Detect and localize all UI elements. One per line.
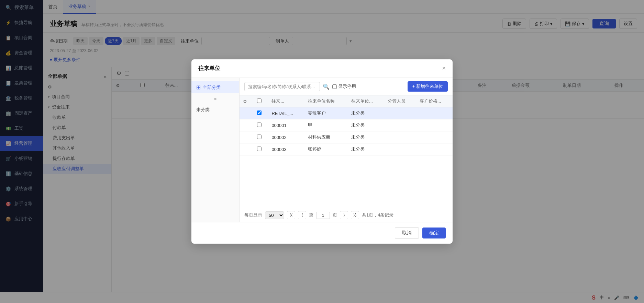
modal-select-all[interactable] [257, 98, 262, 103]
page-suffix: 页 [333, 212, 337, 218]
show-disabled-label: 显示停用 [332, 83, 356, 90]
per-page-select[interactable]: 50 100 [265, 211, 284, 219]
row-checkbox[interactable] [254, 119, 268, 131]
modal-table-body: RETAIL_... 零散客户 未分类 000001 甲 未分类 000002 … [240, 107, 453, 155]
confirm-button[interactable]: 确定 [422, 228, 446, 238]
row-code: 000003 [268, 143, 304, 155]
row-name: 甲 [304, 119, 348, 131]
page-first-btn[interactable]: ⟨⟨ [287, 211, 295, 219]
modal-table-row[interactable]: 000002 材料供应商 未分类 [240, 131, 453, 143]
total-label: 共1页，4条记录 [362, 212, 393, 218]
modal-table-wrap: ⚙ 往来... 往来单位名称 往来单位... 分管人员 客户价格... [240, 95, 453, 208]
page-input[interactable] [316, 212, 330, 219]
modal-overlay[interactable]: 往来单位 × ⊞ 全部分类 « 未分类 [0, 0, 644, 303]
row-settings [240, 131, 254, 143]
row-settings [240, 119, 254, 131]
row-name: 张婷婷 [304, 143, 348, 155]
row-name: 零散客户 [304, 107, 348, 119]
partner-modal: 往来单位 × ⊞ 全部分类 « 未分类 [191, 59, 453, 244]
modal-col-settings: ⚙ [240, 95, 254, 107]
row-checkbox[interactable] [254, 107, 268, 119]
cancel-button[interactable]: 取消 [395, 227, 419, 239]
per-page-label: 每页显示 [244, 212, 262, 218]
row-category: 未分类 [348, 143, 384, 155]
modal-title: 往来单位 [198, 65, 220, 72]
row-settings [240, 143, 254, 155]
row-code: RETAIL_... [268, 107, 304, 119]
modal-table-row[interactable]: RETAIL_... 零散客户 未分类 [240, 107, 453, 119]
modal-col-category: 往来单位... [348, 95, 384, 107]
modal-header: 往来单位 × [191, 59, 453, 78]
modal-col-price: 客户价格... [416, 95, 453, 107]
modal-sidebar-unclassified-label: 未分类 [196, 107, 210, 113]
modal-pagination: 每页显示 50 100 ⟨⟨ ⟨ 第 页 ⟩ ⟩⟩ 共1页，4条记录 [240, 208, 453, 222]
row-checkbox[interactable] [254, 131, 268, 143]
modal-table-row[interactable]: 000003 张婷婷 未分类 [240, 143, 453, 155]
row-manager [384, 119, 416, 131]
page-next-btn[interactable]: ⟩ [340, 211, 348, 219]
modal-table-row[interactable]: 000001 甲 未分类 [240, 119, 453, 131]
row-price [416, 131, 453, 143]
row-manager [384, 143, 416, 155]
modal-sidebar-collapse-btn[interactable]: « [191, 93, 239, 104]
row-code: 000001 [268, 119, 304, 131]
add-partner-btn[interactable]: + 新增往来单位 [408, 81, 448, 92]
row-price [416, 119, 453, 131]
row-code: 000002 [268, 131, 304, 143]
row-checkbox[interactable] [254, 143, 268, 155]
modal-sidebar-label: 全部分类 [203, 84, 221, 91]
row-name: 材料供应商 [304, 131, 348, 143]
modal-col-code: 往来... [268, 95, 304, 107]
row-price [416, 143, 453, 155]
row-settings [240, 107, 254, 119]
modal-col-checkbox [254, 95, 268, 107]
modal-col-name: 往来单位名称 [304, 95, 348, 107]
modal-search-input[interactable] [244, 82, 320, 91]
collapse-icon: « [214, 96, 216, 101]
modal-sidebar: ⊞ 全部分类 « 未分类 [191, 78, 240, 222]
row-manager [384, 107, 416, 119]
modal-footer: 取消 确定 [191, 222, 453, 244]
modal-content: 🔍 显示停用 + 新增往来单位 ⚙ [240, 78, 453, 222]
modal-table: ⚙ 往来... 往来单位名称 往来单位... 分管人员 客户价格... [240, 95, 453, 155]
row-category: 未分类 [348, 119, 384, 131]
modal-sidebar-unclassified[interactable]: 未分类 [191, 104, 239, 116]
page-label: 第 [309, 212, 313, 218]
row-manager [384, 131, 416, 143]
show-disabled-text: 显示停用 [338, 83, 356, 90]
modal-table-header: ⚙ 往来... 往来单位名称 往来单位... 分管人员 客户价格... [240, 95, 453, 107]
grid-icon: ⊞ [196, 84, 201, 91]
modal-toolbar: 🔍 显示停用 + 新增往来单位 [240, 78, 453, 95]
page-last-btn[interactable]: ⟩⟩ [351, 211, 359, 219]
modal-search-icon[interactable]: 🔍 [323, 83, 330, 90]
row-category: 未分类 [348, 131, 384, 143]
row-price [416, 107, 453, 119]
row-category: 未分类 [348, 107, 384, 119]
modal-close-btn[interactable]: × [442, 65, 446, 72]
modal-sidebar-all-categories[interactable]: ⊞ 全部分类 [191, 81, 239, 93]
show-disabled-checkbox[interactable] [332, 84, 337, 89]
modal-body: ⊞ 全部分类 « 未分类 🔍 [191, 78, 453, 222]
modal-col-manager: 分管人员 [384, 95, 416, 107]
modal-search-area: 🔍 显示停用 [244, 82, 356, 91]
page-prev-btn[interactable]: ⟨ [298, 211, 306, 219]
